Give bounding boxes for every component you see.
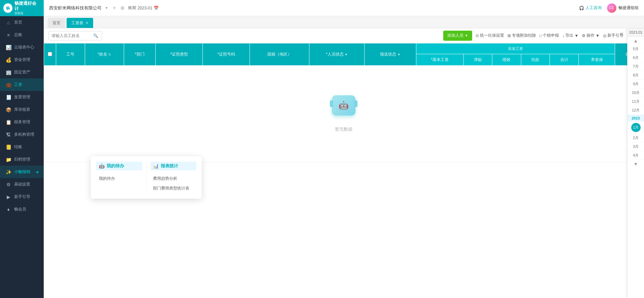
tab-salary-label: 工资表 bbox=[71, 20, 83, 26]
sidebar-label-guide: 新手引导 bbox=[14, 194, 30, 200]
search-icon[interactable]: 🔍 bbox=[93, 33, 98, 38]
name-sort-icon[interactable]: ⇅ bbox=[108, 53, 111, 56]
sidebar-item-home[interactable]: ⌂ 首页 bbox=[0, 16, 44, 29]
month-item-5[interactable]: 5月 bbox=[628, 45, 644, 54]
select-all-checkbox[interactable] bbox=[48, 52, 52, 56]
period-label: 账期 2023-01 📅 bbox=[128, 5, 159, 11]
settings-button[interactable]: ⚙ bbox=[120, 5, 125, 11]
month-item-1-active[interactable]: 1月 bbox=[631, 123, 641, 132]
service-button[interactable]: 🎧 人工咨询 bbox=[579, 5, 602, 11]
sidebar-label-assets: 固定资产 bbox=[14, 69, 30, 75]
status-filter-icon[interactable]: ▼ bbox=[345, 53, 348, 56]
popup-report-title[interactable]: 📊 报表统计 bbox=[150, 162, 196, 170]
popup-todo-title[interactable]: 🤖 我的待办 bbox=[96, 162, 142, 170]
popup-section-todo: 🤖 我的待办 我的待办 bbox=[96, 162, 142, 193]
sidebar-item-guide[interactable]: ▶ 新手引导 bbox=[0, 191, 44, 203]
collapse-icon: ◀ bbox=[36, 170, 38, 174]
export-arrow-icon: ▼ bbox=[574, 33, 578, 38]
sidebar-item-invoice[interactable]: 🧾 发票管理 bbox=[0, 91, 44, 103]
salary-table: 工号 *姓名 ⇅ *部门 *证照类型 *证照号码 国籍（地区） *人员状态 ▼ bbox=[44, 43, 644, 162]
sidebar-item-report[interactable]: 📊 云报表中心 bbox=[0, 41, 44, 54]
popup-item-dept-cost[interactable]: 部门费用类型统计表 bbox=[150, 184, 196, 193]
export-button[interactable]: ↓ 导出 ▼ bbox=[562, 33, 578, 38]
month-item-10[interactable]: 10月 bbox=[628, 89, 644, 97]
social-security-button[interactable]: ⊙ 统一社保设置 bbox=[476, 33, 504, 38]
sidebar-item-tax[interactable]: 📋 税务管理 bbox=[0, 116, 44, 128]
user-name: 畅捷通组组 bbox=[618, 5, 639, 11]
month-item-11[interactable]: 11月 bbox=[628, 97, 644, 106]
logo: 畅 畅捷通好会计 旗舰版 bbox=[0, 0, 44, 16]
topbar-right: 🎧 人工咨询 CE 畅捷通组组 bbox=[579, 3, 639, 13]
guide-icon: ▶ bbox=[5, 194, 11, 200]
company-dropdown-icon[interactable]: ▼ bbox=[105, 6, 108, 10]
company-name: 西安虾米网络科技有限公司 bbox=[49, 5, 102, 11]
col-status: *人员状态 ▼ bbox=[309, 43, 364, 66]
add-person-button[interactable]: 添加人员 ▼ bbox=[443, 31, 472, 41]
month-item-8[interactable]: 8月 bbox=[628, 71, 644, 80]
tab-salary[interactable]: 工资表 ✕ bbox=[67, 18, 93, 28]
add-company-button[interactable]: ＋ bbox=[112, 4, 117, 11]
sidebar-item-member[interactable]: ♦ 畅会员 bbox=[0, 203, 44, 216]
guide-icon: ◎ bbox=[603, 33, 606, 38]
sidebar-item-assets[interactable]: 🏢 固定资产 bbox=[0, 66, 44, 78]
month-item-9[interactable]: 9月 bbox=[628, 80, 644, 89]
search-box[interactable]: 🔍 bbox=[48, 31, 102, 40]
settings-icon: ⚙ bbox=[5, 182, 11, 187]
user-menu[interactable]: CE 畅捷通组组 bbox=[607, 3, 639, 13]
month-item-3[interactable]: 3月 bbox=[628, 142, 644, 151]
month-item-6[interactable]: 6月 bbox=[628, 54, 644, 62]
col-group-salary: 应发工资 bbox=[416, 43, 615, 54]
popup-report-label: 报表统计 bbox=[161, 163, 178, 169]
ledger-icon: ≡ bbox=[5, 32, 11, 38]
tax-report-button[interactable]: □ 个税申报 bbox=[539, 33, 559, 38]
toolbar-actions: 添加人员 ▼ ⊙ 统一社保设置 ⊞ 专项附加扣除 □ 个税申报 ↓ 导出 bbox=[443, 31, 639, 41]
deduction-icon: ⊞ bbox=[507, 33, 511, 38]
sidebar-item-archive[interactable]: 📁 归档管理 bbox=[0, 153, 44, 166]
special-deduction-button[interactable]: ⊞ 专项附加扣除 bbox=[507, 33, 536, 38]
sidebar-item-multi[interactable]: 🏗 多机构管理 bbox=[0, 128, 44, 141]
finance-icon: 💰 bbox=[5, 57, 11, 63]
sidebar-label-inventory: 库存核算 bbox=[14, 107, 30, 112]
expense-popup-menu: 🤖 我的待办 我的待办 📊 报表统计 费用趋势分析 bbox=[91, 156, 202, 199]
sidebar-item-settings[interactable]: ⚙ 基础设置 bbox=[0, 178, 44, 191]
month-panel-close-button[interactable]: ✕ bbox=[619, 31, 624, 37]
sidebar-item-ledger[interactable]: ≡ 总账 bbox=[0, 29, 44, 41]
sidebar-item-close[interactable]: 📒 结账 bbox=[0, 141, 44, 153]
operation-button[interactable]: ⚙ 操作 ▼ bbox=[582, 33, 600, 38]
empty-robot-illustration: 🤖 bbox=[327, 95, 361, 122]
sidebar-label-tax: 税务管理 bbox=[14, 119, 30, 125]
multi-icon: 🏗 bbox=[5, 132, 11, 137]
member-icon: ♦ bbox=[5, 207, 11, 212]
search-input[interactable] bbox=[51, 33, 92, 38]
sidebar-label-salary: 工资 bbox=[14, 82, 22, 88]
salary-icon: 💼 bbox=[5, 82, 11, 88]
month-item-4[interactable]: 4月 bbox=[628, 151, 644, 160]
sidebar-label-invoice: 发票管理 bbox=[14, 94, 30, 100]
sidebar-item-inventory[interactable]: 📦 库存核算 bbox=[0, 103, 44, 116]
avatar-initials: CE bbox=[609, 6, 614, 10]
tab-close-icon[interactable]: ✕ bbox=[85, 21, 88, 25]
popup-item-my-todo[interactable]: 我的待办 bbox=[96, 174, 142, 184]
popup-item-cost-trend[interactable]: 费用趋势分析 bbox=[150, 174, 196, 184]
sidebar-item-salary[interactable]: 💼 工资 bbox=[0, 78, 44, 91]
archive-icon: 📁 bbox=[5, 157, 11, 162]
col-dept: *部门 bbox=[124, 43, 155, 66]
calendar-icon[interactable]: 📅 bbox=[154, 6, 159, 10]
month-nav-up[interactable]: ▲ bbox=[628, 37, 644, 45]
month-nav-down[interactable]: ▼ bbox=[628, 160, 644, 168]
op-arrow-icon: ▼ bbox=[596, 33, 600, 38]
tab-home[interactable]: 首页 bbox=[48, 18, 65, 28]
empty-state: 🤖 暂无数据 bbox=[47, 68, 641, 159]
tax-icon: 📋 bbox=[5, 120, 11, 125]
report-icon: 📊 bbox=[5, 45, 11, 50]
month-item-12[interactable]: 12月 bbox=[628, 106, 644, 115]
sidebar-item-finance[interactable]: 💰 资金管理 bbox=[0, 54, 44, 66]
month-item-7[interactable]: 7月 bbox=[628, 62, 644, 71]
content-area: 🔍 添加人员 ▼ ⊙ 统一社保设置 ⊞ 专项附加扣除 □ 个税申报 bbox=[44, 28, 644, 298]
sidebar-label-multi: 多机构管理 bbox=[14, 132, 34, 137]
month-item-2[interactable]: 2月 bbox=[628, 134, 644, 142]
inventory-icon: 📦 bbox=[5, 107, 11, 112]
sidebar-label-close: 结账 bbox=[14, 144, 22, 150]
sidebar-item-expense[interactable]: ✨ 小畅报销 ◀ bbox=[0, 166, 44, 178]
send-filter-icon[interactable]: ▼ bbox=[397, 53, 401, 56]
